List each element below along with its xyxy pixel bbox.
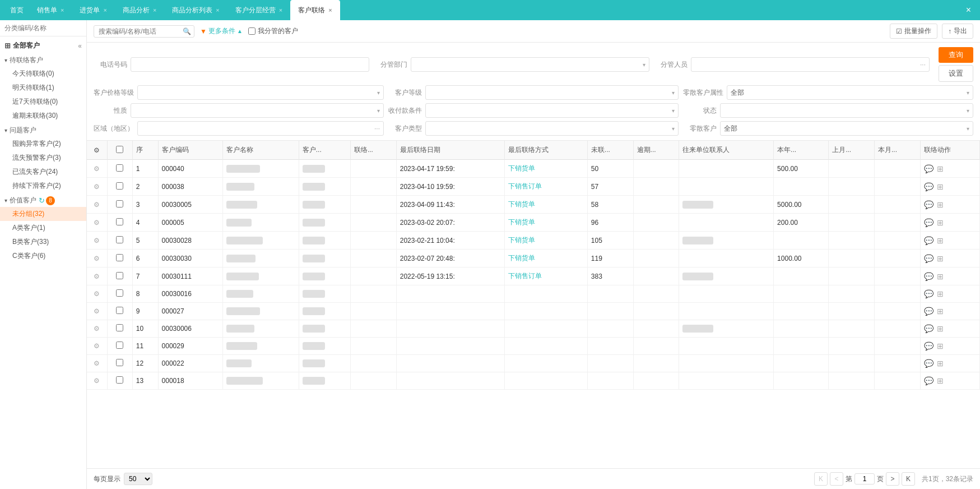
row-checkbox[interactable] (116, 342, 123, 349)
last-page-button[interactable]: K (902, 472, 915, 486)
grid-action-icon[interactable]: ⊞ (937, 342, 944, 350)
sidebar-collapse-icon[interactable]: « (78, 42, 82, 50)
chat-icon[interactable]: 💬 (924, 254, 933, 263)
col-contact[interactable]: 联络... (350, 141, 396, 160)
grid-action-icon[interactable]: ⊞ (937, 218, 944, 227)
sidebar-search-input[interactable] (4, 24, 87, 32)
sidebar-item-overdue[interactable]: 逾期未联络(30) (0, 109, 86, 123)
reset-button[interactable]: 设置 (939, 65, 973, 82)
tab-purchase[interactable]: 进货单 × (72, 0, 114, 20)
row-last-way[interactable] (504, 303, 587, 320)
filter-search-box[interactable]: 🔍 (94, 25, 194, 38)
row-last-way[interactable]: 下销货单 (504, 250, 587, 267)
person-select[interactable]: ··· (691, 57, 930, 72)
first-page-button[interactable]: K (814, 472, 828, 486)
price-level-select[interactable]: ▾ (137, 85, 384, 100)
tab-customer-segment-close[interactable]: × (279, 7, 282, 13)
tab-customer-segment[interactable]: 客户分层经营 × (227, 0, 290, 20)
sidebar-section-value[interactable]: ▾ 价值客户 ↻ 8 (0, 193, 86, 207)
row-checkbox[interactable] (116, 272, 123, 279)
more-conditions-btn[interactable]: ▼ 更多条件 ▲ (200, 26, 243, 36)
row-last-way[interactable]: 下销货单 (504, 232, 587, 250)
row-checkbox-cell[interactable] (107, 178, 132, 196)
sidebar-item-churned[interactable]: 已流失客户(24) (0, 165, 86, 179)
row-checkbox[interactable] (116, 164, 123, 172)
chat-icon[interactable]: 💬 (924, 307, 933, 316)
chat-icon[interactable]: 💬 (924, 218, 933, 227)
last-way-link[interactable]: 下销货单 (508, 218, 535, 226)
row-checkbox-cell[interactable] (107, 338, 132, 355)
prev-page-button[interactable]: < (830, 472, 843, 486)
retail-attr-select[interactable]: 全部▾ (727, 85, 973, 100)
tab-purchase-close[interactable]: × (103, 7, 106, 13)
row-checkbox[interactable] (116, 218, 123, 225)
row-checkbox[interactable] (116, 236, 123, 243)
cust-level-select[interactable]: ▾ (425, 85, 679, 100)
my-customers-checkbox[interactable]: 我分管的客户 (248, 26, 298, 36)
sidebar-all-customers[interactable]: ⊞ 全部客户 « (0, 36, 86, 53)
row-checkbox[interactable] (116, 324, 123, 331)
sidebar-item-today[interactable]: 今天待联络(0) (0, 67, 86, 81)
grid-action-icon[interactable]: ⊞ (937, 324, 944, 333)
row-checkbox[interactable] (116, 376, 123, 384)
row-checkbox[interactable] (116, 182, 123, 190)
dept-select[interactable]: ▾ (411, 57, 649, 72)
sidebar-item-churn-warning[interactable]: 流失预警客户(3) (0, 151, 86, 165)
chat-icon[interactable]: 💬 (924, 359, 933, 368)
status-select[interactable]: ▾ (720, 103, 973, 118)
filter-search-input[interactable] (99, 27, 183, 35)
pay-term-select[interactable]: ▾ (425, 103, 679, 118)
next-page-button[interactable]: > (886, 472, 899, 486)
grid-action-icon[interactable]: ⊞ (937, 359, 944, 368)
col-last-date[interactable]: 最后联络日期 (396, 141, 504, 160)
row-checkbox-cell[interactable] (107, 372, 132, 390)
row-last-way[interactable] (504, 372, 587, 390)
select-all-checkbox[interactable] (116, 146, 123, 153)
grid-action-icon[interactable]: ⊞ (937, 376, 944, 385)
grid-action-icon[interactable]: ⊞ (937, 272, 944, 281)
col-last-way[interactable]: 最后联络方式 (504, 141, 587, 160)
tab-analysis-list-close[interactable]: × (216, 7, 219, 13)
grid-action-icon[interactable]: ⊞ (937, 164, 944, 173)
tab-sales-close[interactable]: × (61, 7, 64, 13)
export-button[interactable]: ↑ 导出 (942, 24, 973, 39)
tab-analysis[interactable]: 商品分析 × (115, 0, 164, 20)
tab-home[interactable]: 首页 (4, 0, 29, 20)
select-all-header[interactable] (107, 141, 132, 160)
row-checkbox-cell[interactable] (107, 160, 132, 178)
tab-customer-contact-close[interactable]: × (328, 7, 332, 13)
row-last-way[interactable]: 下销货单 (504, 160, 587, 178)
grid-action-icon[interactable]: ⊞ (937, 289, 944, 298)
cust-type-select[interactable]: ▾ (425, 121, 679, 136)
refresh-icon[interactable]: ↻ (39, 196, 45, 205)
sidebar-item-tomorrow[interactable]: 明天待联络(1) (0, 81, 86, 95)
sidebar-item-class-a[interactable]: A类客户(1) (0, 221, 86, 235)
row-last-way[interactable]: 下销售订单 (504, 178, 587, 196)
sidebar-item-declining[interactable]: 持续下滑客户(2) (0, 179, 86, 193)
page-size-select[interactable]: 50 100 200 (124, 473, 152, 485)
chat-icon[interactable]: 💬 (924, 342, 933, 350)
row-checkbox-cell[interactable] (107, 214, 132, 232)
row-checkbox[interactable] (116, 254, 123, 261)
grid-action-icon[interactable]: ⊞ (937, 236, 944, 245)
chat-icon[interactable]: 💬 (924, 182, 933, 191)
my-customers-check[interactable] (248, 27, 256, 35)
row-checkbox-cell[interactable] (107, 320, 132, 338)
row-checkbox-cell[interactable] (107, 303, 132, 320)
batch-op-button[interactable]: ☑ 批量操作 (890, 24, 937, 39)
tab-analysis-list[interactable]: 商品分析列表 × (164, 0, 227, 20)
chat-icon[interactable]: 💬 (924, 289, 933, 298)
last-way-link[interactable]: 下销售订单 (508, 182, 542, 190)
last-way-link[interactable]: 下销货单 (508, 164, 535, 172)
row-last-way[interactable] (504, 320, 587, 338)
row-checkbox-cell[interactable] (107, 232, 132, 250)
settings-col-header[interactable]: ⚙ (87, 141, 107, 160)
row-checkbox[interactable] (116, 359, 123, 366)
sidebar-item-hoarding[interactable]: 囤购异常客户(2) (0, 137, 86, 151)
last-way-link[interactable]: 下销货单 (508, 200, 535, 208)
grid-action-icon[interactable]: ⊞ (937, 307, 944, 316)
col-overdue[interactable]: 逾期... (633, 141, 679, 160)
col-uncontact[interactable]: 未联... (587, 141, 633, 160)
sidebar-section-pending[interactable]: ▾ 待联络客户 (0, 53, 86, 67)
col-code[interactable]: 客户编码 (158, 141, 222, 160)
